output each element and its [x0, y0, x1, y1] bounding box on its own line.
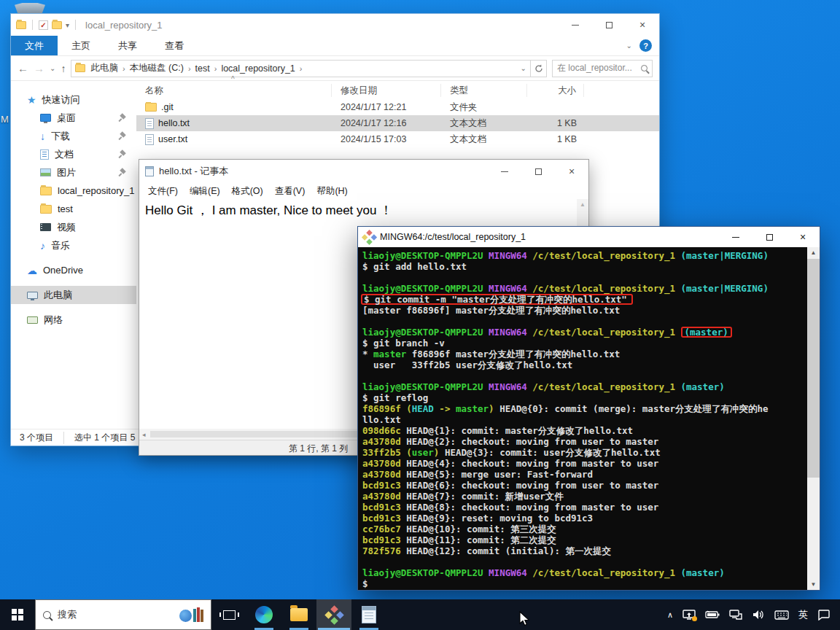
properties-icon[interactable]: ✓: [39, 20, 48, 30]
file-row[interactable]: user.txt2024/1/15 17:03文本文档1 KB: [136, 131, 659, 147]
column-header[interactable]: 修改日期: [332, 84, 441, 97]
scrollbar-thumb[interactable]: [807, 259, 820, 478]
close-button[interactable]: ×: [555, 160, 588, 183]
terminal-text: HEAD@{3}: commit: user分支修改了hello.txt: [445, 447, 661, 458]
terminal-text: HEAD@{7}: commit: 新增user文件: [406, 491, 564, 502]
menu-item[interactable]: 帮助(H): [311, 185, 353, 198]
scroll-up-icon[interactable]: ▲: [807, 249, 820, 256]
search-input[interactable]: 在 local_repositor...: [552, 60, 653, 77]
terminal-text: HEAD@{6}: checkout: moving from user to …: [406, 480, 658, 491]
touch-keyboard-icon[interactable]: [774, 610, 789, 620]
sidebar-item[interactable]: local_repository_1: [11, 182, 136, 200]
terminal-output[interactable]: liaojy@DESKTOP-QMPPL2U MINGW64 /c/test/l…: [358, 247, 807, 590]
input-language-indicator[interactable]: 英: [798, 608, 808, 621]
expand-ribbon-chevron-icon[interactable]: ⌄: [626, 42, 632, 50]
action-center-icon[interactable]: [817, 610, 830, 621]
recent-locations-chevron-icon[interactable]: ⌄: [50, 64, 55, 72]
breadcrumb[interactable]: 此电脑›本地磁盘 (C:)›test›local_repository_1› ⌄: [71, 60, 531, 77]
cursor-position: 第 1 行, 第 1 列: [289, 443, 348, 455]
edge-button[interactable]: [246, 599, 281, 630]
start-button[interactable]: [0, 599, 35, 630]
sidebar-item[interactable]: 网络: [11, 311, 136, 329]
column-header[interactable]: 名称^: [136, 84, 332, 97]
ribbon-tab[interactable]: 文件: [11, 36, 58, 55]
sidebar-item[interactable]: 视频: [11, 218, 136, 236]
breadcrumb-item[interactable]: local_repository_1: [217, 63, 298, 74]
taskbar-search-input[interactable]: 搜索: [35, 599, 211, 630]
network-icon[interactable]: [729, 610, 742, 620]
address-dropdown-chevron-icon[interactable]: ⌄: [521, 64, 526, 72]
menu-item[interactable]: 编辑(E): [184, 185, 226, 198]
column-header[interactable]: 类型: [441, 84, 527, 97]
terminal-line: a43780d HEAD@{4}: checkout: moving from …: [362, 458, 807, 469]
menu-item[interactable]: 格式(O): [226, 185, 269, 198]
scroll-down-icon[interactable]: ▼: [807, 581, 820, 588]
ribbon-tab[interactable]: 查看: [151, 36, 198, 55]
sidebar-item[interactable]: ☁OneDrive: [11, 261, 136, 279]
terminal-text: HEAD@{0}: commit (merge): master分支处理了有冲突…: [499, 403, 768, 414]
terminal-line: liaojy@DESKTOP-QMPPL2U MINGW64 /c/test/l…: [362, 283, 807, 294]
minimize-button[interactable]: [488, 160, 521, 183]
menu-item[interactable]: 文件(F): [142, 185, 184, 198]
battery-icon[interactable]: [705, 610, 720, 619]
breadcrumb-item[interactable]: 本地磁盘 (C:): [126, 62, 187, 74]
task-view-button[interactable]: [211, 599, 246, 630]
search-icon: [641, 65, 648, 71]
sidebar-item[interactable]: 此电脑: [11, 286, 136, 304]
recycle-bin-icon[interactable]: [15, 3, 45, 13]
volume-icon[interactable]: [752, 610, 765, 620]
customize-qat-chevron-icon[interactable]: ▾: [66, 21, 69, 29]
sidebar-item[interactable]: ★快速访问: [11, 90, 136, 109]
terminal-line: user 33ff2b5 user分支修改了hello.txt: [362, 359, 807, 370]
vertical-scrollbar[interactable]: ▲ ▼: [807, 247, 820, 590]
scroll-left-icon[interactable]: ◂: [142, 431, 146, 438]
close-button[interactable]: ×: [786, 227, 820, 247]
maximize-button[interactable]: [752, 227, 786, 247]
new-folder-icon[interactable]: [52, 21, 62, 29]
file-name: user.txt: [158, 134, 187, 144]
terminal-line: bcd91c3 HEAD@{6}: checkout: moving from …: [362, 480, 807, 491]
git-icon: [324, 605, 344, 625]
sidebar-item[interactable]: 桌面: [11, 109, 136, 127]
minimize-button[interactable]: [719, 227, 752, 247]
sidebar-item-label: 文档: [55, 148, 74, 161]
refresh-icon[interactable]: [531, 60, 547, 77]
close-button[interactable]: ×: [626, 14, 659, 36]
edge-icon: [255, 606, 273, 623]
breadcrumb-item[interactable]: test: [192, 63, 214, 74]
desktop: M ✓ ▾ local_repository_1 × 文件主页共享查看 ⌄: [0, 0, 840, 630]
file-type-cell: 文件夹: [441, 101, 527, 114]
file-row[interactable]: hello.txt2024/1/17 12:16文本文档1 KB: [136, 115, 659, 131]
scroll-up-icon[interactable]: ▲: [580, 201, 586, 208]
sidebar-item[interactable]: 图片: [11, 163, 136, 182]
menu-item[interactable]: 查看(V): [269, 185, 311, 198]
terminal-window-title: MINGW64:/c/test/local_repository_1: [380, 232, 526, 242]
separator: [32, 20, 33, 30]
desktop-icon-label[interactable]: M: [1, 114, 9, 125]
maximize-button[interactable]: [521, 160, 555, 183]
sidebar-item[interactable]: test: [11, 200, 136, 218]
tray-overflow-chevron-icon[interactable]: ∧: [667, 610, 673, 620]
sidebar-item-label: 快速访问: [42, 93, 80, 106]
wireless-display-icon[interactable]: [682, 610, 696, 620]
ribbon-tab[interactable]: 主页: [58, 36, 104, 55]
help-icon[interactable]: ?: [639, 39, 652, 52]
ribbon-tab[interactable]: 共享: [104, 36, 151, 55]
column-header[interactable]: 大小: [527, 84, 584, 97]
file-row[interactable]: .git2024/1/17 12:21文件夹: [136, 99, 659, 115]
git-bash-button[interactable]: [316, 599, 351, 630]
breadcrumb-item[interactable]: 此电脑: [87, 62, 122, 74]
minimize-button[interactable]: [559, 14, 592, 36]
sidebar-item[interactable]: ♪音乐: [11, 236, 136, 254]
terminal-text: liaojy@DESKTOP-QMPPL2U: [362, 283, 489, 294]
file-explorer-button[interactable]: [281, 599, 316, 630]
notepad-button[interactable]: [351, 599, 386, 630]
terminal-line: cc76bc7 HEAD@{10}: commit: 第三次提交: [362, 524, 807, 534]
sidebar-item[interactable]: 文档: [11, 145, 136, 163]
forward-icon[interactable]: →: [34, 62, 44, 74]
sidebar-item[interactable]: ↓下载: [11, 127, 136, 145]
maximize-button[interactable]: [592, 14, 626, 36]
back-icon[interactable]: ←: [18, 62, 28, 74]
up-icon[interactable]: ↑: [61, 63, 66, 74]
terminal-text: bcd91c3: [362, 513, 406, 524]
